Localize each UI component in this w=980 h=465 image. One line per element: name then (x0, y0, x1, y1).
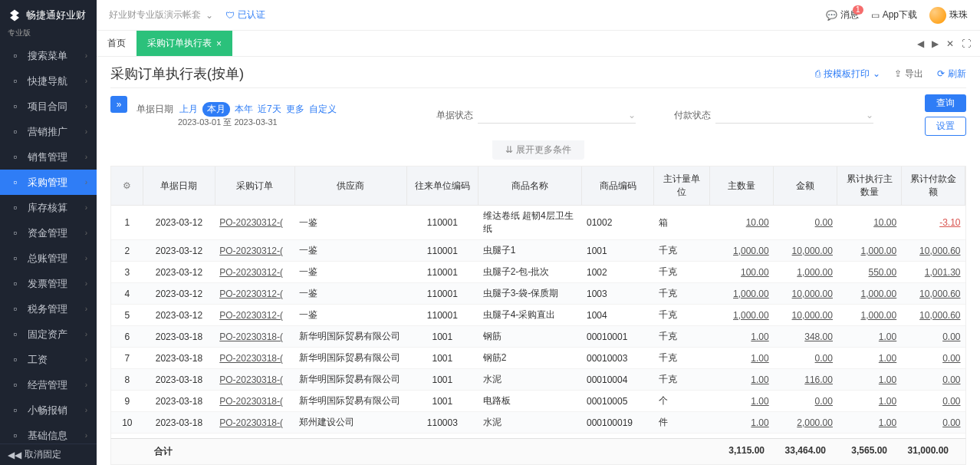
order-link[interactable]: PO-20230318-( (219, 331, 283, 342)
amt-link[interactable]: 10,000.00 (792, 289, 833, 299)
amt-link[interactable]: 0.00 (815, 353, 833, 364)
date-preset[interactable]: 自定义 (309, 103, 337, 116)
sidebar-item-tax[interactable]: ▫税务管理› (0, 296, 97, 322)
user-menu[interactable]: 珠珠 (929, 7, 968, 24)
amt-link[interactable]: 0.00 (815, 396, 833, 407)
status-select[interactable]: ⌄ (478, 107, 636, 124)
sidebar-item-ledger[interactable]: ▫总账管理› (0, 246, 97, 271)
date-preset[interactable]: 本月 (202, 102, 230, 117)
exec-link[interactable]: 550.00 (869, 267, 897, 278)
order-link[interactable]: PO-20230312-( (219, 289, 283, 299)
qty-link[interactable]: 100.00 (741, 267, 769, 278)
sidebar-item-cart[interactable]: ▫采购管理› (0, 170, 97, 195)
column-header[interactable]: 商品名称 (478, 167, 582, 206)
export-button[interactable]: ⇪ 导出 (894, 68, 923, 81)
order-link[interactable]: PO-20230312-( (219, 246, 283, 256)
amt-link[interactable]: 0.00 (815, 217, 833, 228)
exec-link[interactable]: 1.00 (879, 353, 896, 364)
column-header[interactable]: 累计付款金额 (901, 167, 965, 206)
qty-link[interactable]: 1.00 (751, 331, 768, 342)
table-row[interactable]: 7 2023-03-18 PO-20230318-( 新华明国际贸易有限公司 1… (111, 348, 965, 369)
qty-link[interactable]: 1.00 (751, 353, 768, 364)
order-link[interactable]: PO-20230312-( (219, 217, 283, 228)
sidebar-item-biz[interactable]: ▫经营管理› (0, 372, 97, 397)
amt-link[interactable]: 116.00 (804, 374, 833, 385)
settings-button[interactable]: 设置 (925, 117, 966, 136)
tab-next-button[interactable]: ▶ (932, 38, 939, 49)
table-row[interactable]: 2 2023-03-12 PO-20230312-( 一鉴 110001 虫腿子… (111, 240, 965, 262)
paid-link[interactable]: 0.00 (942, 353, 960, 364)
paid-link[interactable]: 10,000.60 (919, 246, 960, 256)
table-row[interactable]: 8 2023-03-18 PO-20230318-( 新华明国际贸易有限公司 1… (111, 369, 965, 391)
date-preset[interactable]: 近7天 (258, 103, 281, 116)
exec-link[interactable]: 1.00 (879, 331, 896, 342)
amt-link[interactable]: 10,000.00 (792, 310, 833, 321)
table-row[interactable]: 10 2023-03-18 PO-20230318-( 郑州建设公司 11000… (111, 412, 965, 434)
tab-current[interactable]: 采购订单执行表 × (136, 31, 232, 56)
amt-link[interactable]: 2,000.00 (797, 417, 833, 428)
qty-link[interactable]: 1.00 (751, 417, 768, 428)
print-button[interactable]: ⎙ 按模板打印 ⌄ (815, 68, 880, 81)
sidebar-item-search[interactable]: ▫搜索菜单› (0, 43, 97, 68)
column-header[interactable]: 往来单位编码 (406, 167, 478, 206)
exec-link[interactable]: 1,000.00 (861, 310, 897, 321)
sidebar-item-report[interactable]: ▫小畅报销› (0, 397, 97, 423)
order-link[interactable]: PO-20230318-( (219, 353, 283, 364)
column-header[interactable]: 采购订单 (215, 167, 294, 206)
paid-link[interactable]: 0.00 (942, 374, 960, 385)
amt-link[interactable]: 10,000.00 (792, 246, 833, 256)
order-link[interactable]: PO-20230318-( (219, 396, 283, 407)
column-header[interactable]: 累计执行主数量 (837, 167, 901, 206)
column-header[interactable]: 金额 (774, 167, 837, 206)
order-link[interactable]: PO-20230312-( (219, 267, 283, 278)
sidebar-item-money[interactable]: ▫资金管理› (0, 220, 97, 246)
sidebar-item-salary[interactable]: ▫工资› (0, 347, 97, 372)
column-header[interactable]: 主数量 (709, 167, 773, 206)
exec-link[interactable]: 1.00 (879, 374, 896, 385)
qty-link[interactable]: 1,000.00 (733, 246, 769, 256)
app-download-button[interactable]: ▭ App下载 (871, 8, 917, 21)
exec-link[interactable]: 1,000.00 (861, 246, 897, 256)
fullscreen-button[interactable]: ⛶ (962, 38, 971, 49)
exec-link[interactable]: 1.00 (879, 396, 896, 407)
table-row[interactable]: 1 2023-03-12 PO-20230312-( 一鉴 110001 维达卷… (111, 206, 965, 240)
qty-link[interactable]: 1.00 (751, 396, 768, 407)
collapse-filter-button[interactable]: » (110, 96, 127, 113)
paid-link[interactable]: 0.00 (942, 417, 960, 428)
amt-link[interactable]: 348.00 (804, 331, 833, 342)
query-button[interactable]: 查询 (925, 94, 966, 112)
tab-close-all-button[interactable]: ✕ (946, 38, 954, 49)
order-link[interactable]: PO-20230318-( (219, 417, 283, 428)
table-row[interactable]: 3 2023-03-12 PO-20230312-( 一鉴 110001 虫腿子… (111, 262, 965, 283)
table-row[interactable]: 5 2023-03-12 PO-20230312-( 一鉴 110001 虫腿子… (111, 305, 965, 326)
exec-link[interactable]: 10.00 (873, 217, 896, 228)
tab-prev-button[interactable]: ◀ (917, 38, 924, 49)
sidebar-item-home[interactable]: ▫快捷导航› (0, 68, 97, 94)
refresh-button[interactable]: ⟳ 刷新 (937, 68, 966, 81)
sidebar-item-base[interactable]: ▫基础信息› (0, 423, 97, 444)
column-header[interactable]: ⚙ (111, 167, 143, 206)
table-row[interactable]: 4 2023-03-12 PO-20230312-( 一鉴 110001 虫腿子… (111, 283, 965, 305)
exec-link[interactable]: 1.00 (879, 417, 896, 428)
account-selector[interactable]: 好业财专业版演示帐套 ⌄ (109, 8, 213, 21)
date-preset[interactable]: 上月 (179, 103, 198, 116)
unpin-button[interactable]: ◀◀ 取消固定 (0, 444, 97, 465)
sidebar-item-sell[interactable]: ▫销售管理› (0, 144, 97, 170)
paid-link[interactable]: 0.00 (942, 331, 960, 342)
close-icon[interactable]: × (216, 38, 222, 49)
sidebar-item-stock[interactable]: ▫库存核算› (0, 195, 97, 220)
qty-link[interactable]: 10.00 (746, 217, 769, 228)
sidebar-item-gift[interactable]: ▫营销推广› (0, 119, 97, 144)
qty-link[interactable]: 1,000.00 (733, 310, 769, 321)
column-header[interactable]: 主计量单位 (654, 167, 710, 206)
qty-link[interactable]: 1.00 (751, 374, 768, 385)
paid-link[interactable]: 0.00 (942, 396, 960, 407)
tab-home[interactable]: 首页 (97, 31, 136, 56)
paid-link[interactable]: 10,000.60 (919, 310, 960, 321)
date-preset[interactable]: 本年 (235, 103, 253, 116)
qty-link[interactable]: 1,000.00 (733, 289, 769, 299)
sidebar-item-doc[interactable]: ▫项目合同› (0, 94, 97, 119)
sidebar-item-asset[interactable]: ▫固定资产› (0, 322, 97, 347)
order-link[interactable]: PO-20230318-( (219, 374, 283, 385)
order-link[interactable]: PO-20230312-( (219, 310, 283, 321)
